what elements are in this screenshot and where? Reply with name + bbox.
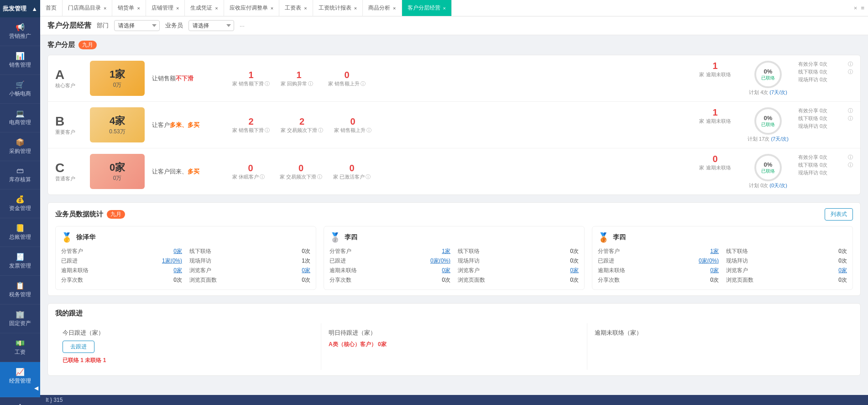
tab-xiaohuo[interactable]: 销货单 × [112, 0, 146, 16]
list-view-button[interactable]: 列表式 [825, 208, 853, 221]
staff-1-stat-6-val[interactable]: 0家 [302, 267, 310, 274]
tab-xiaohuo-close[interactable]: × [137, 5, 140, 11]
sidebar-item-xiaoshougl[interactable]: 📊 销售管理 [0, 46, 40, 75]
info-icon-c2[interactable]: ⓘ [317, 174, 322, 180]
tab-mendian[interactable]: 门店商品目录 × [63, 0, 112, 16]
info-icon-2[interactable]: ⓘ [308, 80, 313, 87]
sidebar-item-xiaochangec[interactable]: 🛒 小畅电商 [0, 75, 40, 104]
staff-2-stat-6-val[interactable]: 0家 [570, 267, 579, 274]
followup-a-label: A类（核心）客户） [329, 341, 378, 347]
sidebar-item-kucunhs[interactable]: 🗃 库存核算 [0, 161, 40, 189]
tier-a-count-box[interactable]: 1家 0万 [90, 61, 145, 96]
tier-c-count-box[interactable]: 0家 0万 [90, 154, 145, 189]
tab-xiaohuo-label: 销货单 [118, 4, 134, 12]
tab-close-all-icon[interactable]: × [854, 5, 858, 11]
tab-shengping-label: 生成凭证 [190, 4, 212, 12]
followup-a-num: 0家 [378, 341, 387, 347]
sidebar-collapse-icon[interactable]: ▲ [31, 5, 37, 12]
tab-gongzb-close[interactable]: × [304, 5, 307, 11]
tab-kehufjy-label: 客户分层经营 [408, 4, 440, 12]
tab-gongztjb[interactable]: 工资统计报表 × [313, 0, 363, 16]
sidebar-item-yxtuiguang[interactable]: 📢 营销推广 [0, 17, 40, 46]
tier-a-uncontact[interactable]: 1 家 逾期未联络 [692, 61, 738, 96]
sales-section-title: 业务员数据统计 [55, 210, 103, 219]
sidebar-item-label: 采购管理 [2, 147, 38, 155]
tier-b-uncontact-num: 1 [692, 107, 738, 118]
tab-yingshf[interactable]: 应收应付调整单 × [224, 0, 279, 16]
sidebar-item-caigougl[interactable]: 📦 采购管理 [0, 132, 40, 161]
staff-1-stat-2-val: 0次 [302, 247, 310, 255]
tab-yingshf-close[interactable]: × [271, 5, 273, 11]
tier-a-stat-2[interactable]: 1 家 回购异常 ⓘ [281, 70, 317, 87]
tier-b-stat-2[interactable]: 2 家 交易频次下滑 ⓘ [281, 116, 323, 134]
page-title: 客户分层经营 [47, 21, 91, 31]
tier-b-stat-3[interactable]: 0 家 销售额上升 ⓘ [334, 116, 371, 134]
tier-c-rs-2-info[interactable]: ⓘ [848, 162, 853, 168]
tab-kehufjy-close[interactable]: × [443, 5, 446, 11]
tier-b-count-box[interactable]: 4家 0.53万 [90, 107, 145, 142]
staff-3-stat-1-val[interactable]: 1家 [710, 247, 719, 255]
staff-1-stat-2-label: 线下联络 [189, 247, 211, 255]
tier-b-uncontact[interactable]: 1 家 逾期未联络 [692, 107, 738, 142]
tier-a-rs-1-info[interactable]: ⓘ [848, 61, 853, 68]
info-icon-c1[interactable]: ⓘ [260, 174, 265, 180]
sidebar-item-gongzi[interactable]: 💵 工资 [0, 333, 40, 362]
customer-tier-section: 客户分层 九月 A 核心客户 1家 0万 让销售额不下滑 [47, 41, 861, 195]
more-options-icon[interactable]: ··· [240, 22, 245, 29]
tab-shangpinfx-close[interactable]: × [393, 5, 396, 11]
tier-b-rs-1-info[interactable]: ⓘ [848, 107, 853, 114]
tier-c-stat-2[interactable]: 0 家 交易频次下滑 ⓘ [280, 163, 322, 180]
sidebar-item-fapiagl[interactable]: 🧾 发票管理 [0, 247, 40, 276]
tier-b-plan-freq[interactable]: (7天/次) [771, 136, 789, 142]
sidebar-item-shuiwugl[interactable]: 📋 税务管理 [0, 276, 40, 305]
tab-kehufjy[interactable]: 客户分层经营 × [402, 0, 452, 16]
staff-2-stat-3-val[interactable]: 0家(0%) [430, 257, 450, 265]
sidebar-item-zhanggl[interactable]: 📒 总账管理 [0, 218, 40, 247]
info-icon-3[interactable]: ⓘ [361, 80, 366, 87]
tier-c-rs-1-info[interactable]: ⓘ [848, 154, 853, 161]
tier-a-stat-3[interactable]: 0 家 销售额上升 ⓘ [328, 70, 366, 87]
dept-select[interactable]: 请选择 [114, 20, 160, 31]
tier-a-rs-2-info[interactable]: ⓘ [848, 68, 853, 75]
tab-shangpinfx[interactable]: 商品分析 × [363, 0, 402, 16]
staff-1-stat-5-val[interactable]: 0家 [173, 267, 182, 274]
staff-select[interactable]: 请选择 [188, 20, 234, 31]
staff-3-stat-6-val[interactable]: 0家 [838, 267, 847, 274]
staff-3-stat-5-val[interactable]: 0家 [710, 267, 719, 274]
tab-home[interactable]: 首页 [40, 0, 63, 16]
tier-b-stat-1-num: 2 [232, 116, 270, 127]
goto-followup-button[interactable]: 去跟进 [63, 341, 94, 353]
staff-1-stat-3-val[interactable]: 1家(0%) [162, 257, 182, 265]
tier-c-uncontact[interactable]: 0 家 逾期未联络 [692, 154, 738, 189]
tab-mendian-close[interactable]: × [104, 5, 106, 11]
info-icon-1[interactable]: ⓘ [265, 80, 270, 87]
tab-menu-icon[interactable]: ≡ [861, 5, 864, 11]
sidebar-item-jichu[interactable]: ℹ 基础信息 [0, 397, 40, 405]
tab-dianpu-close[interactable]: × [176, 5, 179, 11]
staff-1-stat-1-val[interactable]: 0家 [173, 247, 182, 255]
tier-c-stat-3[interactable]: 0 家 已激活客户 ⓘ [333, 163, 371, 180]
tab-gongzb[interactable]: 工资表 × [279, 0, 313, 16]
info-icon-b3[interactable]: ⓘ [366, 127, 371, 134]
tier-c-plan-freq[interactable]: (0天/次) [769, 183, 787, 188]
staff-2-stat-1-val[interactable]: 1家 [442, 247, 450, 255]
staff-3-stat-3-val[interactable]: 0家(0%) [699, 257, 719, 265]
sidebar-item-dianshgl[interactable]: 💻 电商管理 [0, 104, 40, 132]
sidebar-item-jingygl[interactable]: 📈 经营管理 ◀ [0, 362, 40, 397]
tab-dianpu[interactable]: 店铺管理 × [146, 0, 185, 16]
sidebar-item-zijingl[interactable]: 💰 资金管理 [0, 189, 40, 218]
staff-2-stat-5-val[interactable]: 0家 [442, 267, 450, 274]
info-icon-c3[interactable]: ⓘ [366, 174, 371, 180]
sidebar-item-gudingzc[interactable]: 🏢 固定资产 [0, 305, 40, 333]
tier-b-rs-2-info[interactable]: ⓘ [848, 115, 853, 122]
tab-shengping[interactable]: 生成凭证 × [185, 0, 224, 16]
tab-shengping-close[interactable]: × [215, 5, 218, 11]
tab-gongztjb-close[interactable]: × [354, 5, 357, 11]
tier-a-plan-freq[interactable]: (7天/次) [769, 89, 787, 95]
tier-c-stat-1[interactable]: 0 家 休眠客户 ⓘ [232, 163, 269, 180]
tier-a-stat-1[interactable]: 1 家 销售额下滑 ⓘ [232, 70, 270, 87]
info-icon-b2[interactable]: ⓘ [318, 127, 323, 134]
info-icon-b1[interactable]: ⓘ [265, 127, 270, 134]
tier-b-stat-1[interactable]: 2 家 销售额下滑 ⓘ [232, 116, 270, 134]
sidebar-logo[interactable]: 批发管理 ▲ [0, 0, 40, 17]
